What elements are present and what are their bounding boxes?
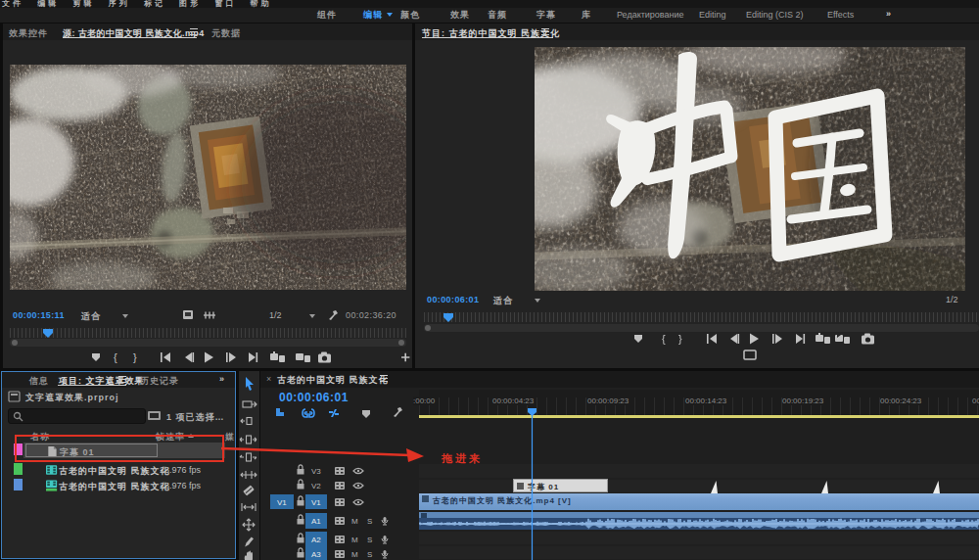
svg-text:V1: V1	[277, 498, 287, 507]
svg-text:{: {	[662, 333, 666, 345]
svg-text:S: S	[367, 517, 372, 526]
svg-text:M: M	[351, 550, 358, 559]
svg-text:S: S	[367, 536, 372, 544]
svg-text:A2: A2	[311, 536, 321, 544]
svg-text:M: M	[351, 536, 358, 544]
svg-text:V3: V3	[311, 467, 321, 476]
svg-text:A1: A1	[311, 517, 321, 526]
svg-text:V2: V2	[311, 482, 321, 490]
svg-text:A3: A3	[311, 550, 321, 559]
svg-text:}: }	[678, 333, 682, 345]
svg-text:{: {	[114, 351, 117, 363]
svg-text:S: S	[367, 550, 372, 559]
svg-text:M: M	[351, 517, 358, 526]
svg-text:}: }	[133, 351, 137, 363]
svg-text:V1: V1	[311, 498, 321, 507]
